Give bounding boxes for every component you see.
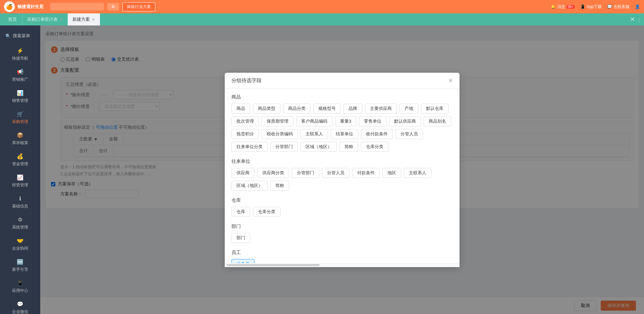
header-center: ⚙ 体验行业方案 bbox=[50, 2, 544, 11]
nav-tabs: 首页 采购订单统计表 ✕ 新建方案 ✕ ✕ ⋮ bbox=[0, 13, 644, 25]
field-tag-department[interactable]: 部门 bbox=[231, 233, 250, 243]
bell-icon: 🔔 bbox=[551, 4, 556, 9]
sidebar-item-collab[interactable]: 🤝 企业协同 bbox=[0, 234, 40, 255]
online-service-btn[interactable]: 💬 在线客服 bbox=[607, 4, 630, 10]
field-tag-default-warehouse[interactable]: 默认仓库 bbox=[421, 104, 448, 114]
sidebar-item-shortcut[interactable]: ⚡ 快捷导航 bbox=[0, 44, 40, 65]
tab-close-all[interactable]: ✕ bbox=[630, 16, 635, 23]
inventory-icon: 📦 bbox=[16, 131, 24, 139]
tab-purchase-close[interactable]: ✕ bbox=[60, 17, 63, 22]
sidebar-item-operation[interactable]: 📈 经营管理 bbox=[0, 170, 40, 191]
field-tag-warehouse-category[interactable]: 仓库分类 bbox=[361, 142, 388, 152]
header-right: 🔔 消息 99+ 📱 App下载 💬 在线客服 👤 bbox=[551, 4, 640, 10]
field-tag-goods[interactable]: 商品 bbox=[231, 104, 250, 114]
field-section-party: 往来单位 供应商 供应商分类 分管部门 分管人员 付款条件 地区 主联系人 区域… bbox=[231, 159, 453, 191]
field-tag-spec-model[interactable]: 规格型号 bbox=[313, 104, 341, 114]
field-tag-party-contact[interactable]: 主联系人 bbox=[404, 168, 431, 178]
field-tag-payment-terms[interactable]: 收付款条件 bbox=[361, 129, 393, 139]
sidebar-item-basics[interactable]: ℹ 基础信息 bbox=[0, 191, 40, 212]
sidebar-item-shortcut-label: 快捷导航 bbox=[12, 56, 28, 61]
field-tag-pick-points[interactable]: 拣货积分 bbox=[231, 129, 259, 139]
modal-header: 分组待选字段 ✕ bbox=[225, 73, 460, 89]
field-tag-party-dept[interactable]: 分管部门 bbox=[292, 168, 319, 178]
field-tag-wh-category[interactable]: 仓库分类 bbox=[253, 207, 280, 217]
field-tag-default-supplier[interactable]: 默认供应商 bbox=[389, 116, 421, 126]
field-tag-main-supplier[interactable]: 主要供应商 bbox=[365, 104, 397, 114]
dept-section-title: 部门 bbox=[231, 224, 453, 230]
modal-footer-scroll bbox=[225, 263, 460, 267]
sidebar-item-sales[interactable]: 📊 销售管理 bbox=[0, 86, 40, 107]
field-tag-party-area[interactable]: 区域（地区） bbox=[231, 181, 268, 191]
app-download-btn[interactable]: 📱 App下载 bbox=[580, 4, 602, 10]
field-tag-salesperson[interactable]: 业务员 bbox=[231, 259, 255, 263]
sidebar-item-marketing-label: 营销推广 bbox=[12, 77, 28, 82]
staff-field-tags: 业务员 bbox=[231, 259, 453, 263]
sidebar-item-wechat-label: 企业微信 bbox=[12, 309, 28, 314]
field-tag-party-supervisor[interactable]: 分管人员 bbox=[322, 168, 350, 178]
sidebar-item-guide[interactable]: 🆕 新手引导 bbox=[0, 255, 40, 276]
field-tag-dept[interactable]: 分管部门 bbox=[270, 142, 298, 152]
field-tag-wh[interactable]: 仓库 bbox=[231, 207, 250, 217]
sidebar-item-system-label: 系统管理 bbox=[12, 225, 28, 230]
field-tag-short-name[interactable]: 简称 bbox=[339, 142, 358, 152]
field-tag-customer-code[interactable]: 客户商品编码 bbox=[296, 116, 332, 126]
field-tag-party-category[interactable]: 往来单位分类 bbox=[231, 142, 268, 152]
notification-badge: 99+ bbox=[567, 5, 575, 9]
field-tag-main-contact[interactable]: 主联系人 bbox=[301, 129, 328, 139]
field-tag-goods-type[interactable]: 商品类型 bbox=[253, 104, 280, 114]
field-tag-party-payment[interactable]: 付款条件 bbox=[352, 168, 380, 178]
tab-purchase-label: 采购订单统计表 bbox=[27, 16, 58, 22]
sidebar-search-btn[interactable]: 🔍 搜索菜单 bbox=[3, 31, 38, 41]
field-tag-alias[interactable]: 商品别名 bbox=[424, 116, 451, 126]
sidebar-item-basics-label: 基础信息 bbox=[12, 203, 28, 209]
search-input[interactable] bbox=[50, 3, 104, 10]
download-icon: 📱 bbox=[580, 4, 585, 9]
field-tag-settlement-unit[interactable]: 结算单位 bbox=[331, 129, 358, 139]
field-tag-brand[interactable]: 品牌 bbox=[343, 104, 362, 114]
field-section-warehouse: 仓库 仓库 仓库分类 bbox=[231, 197, 453, 217]
field-tag-supplier[interactable]: 供应商 bbox=[231, 168, 255, 178]
field-section-dept: 部门 部门 bbox=[231, 224, 453, 243]
tab-menu-icon[interactable]: ⋮ bbox=[637, 17, 641, 22]
modal-overlay: 分组待选字段 ✕ 商品 商品 商品类型 商品分类 规格型号 品牌 主要供应商 bbox=[40, 25, 644, 314]
modal-close-btn[interactable]: ✕ bbox=[448, 77, 453, 84]
field-tag-batch[interactable]: 批次管理 bbox=[231, 116, 259, 126]
tab-home[interactable]: 首页 bbox=[3, 13, 22, 25]
sidebar-item-finance[interactable]: 💰 资金管理 bbox=[0, 149, 40, 170]
warehouse-section-title: 仓库 bbox=[231, 197, 453, 203]
field-tag-retail-unit[interactable]: 零售单位 bbox=[359, 116, 386, 126]
sidebar-search-area: 🔍 搜索菜单 bbox=[0, 28, 40, 44]
sidebar-item-purchase[interactable]: 🛒 采购管理 bbox=[0, 107, 40, 128]
system-icon: ⚙ bbox=[16, 216, 24, 223]
settings-icon-btn[interactable]: ⚙ bbox=[107, 3, 119, 10]
finance-icon: 💰 bbox=[16, 152, 24, 160]
field-tag-supervisor[interactable]: 分管人员 bbox=[395, 129, 423, 139]
field-tag-weight[interactable]: 重量3 bbox=[335, 116, 356, 126]
notification-btn[interactable]: 🔔 消息 99+ bbox=[551, 4, 575, 10]
field-tag-goods-category[interactable]: 商品分类 bbox=[283, 104, 311, 114]
online-service-label: 在线客服 bbox=[613, 4, 630, 10]
collab-icon: 🤝 bbox=[16, 237, 24, 244]
trial-btn[interactable]: 体验行业方案 bbox=[122, 2, 155, 11]
operation-icon: 📈 bbox=[16, 174, 24, 181]
sidebar-item-inventory[interactable]: 📦 库存核算 bbox=[0, 128, 40, 149]
field-tag-party-region[interactable]: 地区 bbox=[382, 168, 401, 178]
field-tag-shelf-life[interactable]: 保质期管理 bbox=[262, 116, 293, 126]
marketing-icon: 📢 bbox=[16, 68, 24, 75]
field-section-staff: 员工 业务员 bbox=[231, 250, 453, 263]
modal-body[interactable]: 商品 商品 商品类型 商品分类 规格型号 品牌 主要供应商 产地 默认仓库 批次… bbox=[225, 89, 460, 263]
party-section-title: 往来单位 bbox=[231, 159, 453, 165]
field-tag-party-short[interactable]: 简称 bbox=[270, 181, 289, 191]
sidebar-item-system[interactable]: ⚙ 系统管理 bbox=[0, 212, 40, 234]
sidebar-item-wechat[interactable]: 💬 企业微信 bbox=[0, 297, 40, 314]
tab-new-scheme[interactable]: 新建方案 ✕ bbox=[68, 13, 100, 25]
field-tag-tax-code[interactable]: 税收分类编码 bbox=[262, 129, 298, 139]
field-tag-origin[interactable]: 产地 bbox=[399, 104, 418, 114]
user-avatar[interactable]: 👤 bbox=[635, 4, 640, 9]
field-tag-region[interactable]: 区域（地区） bbox=[301, 142, 337, 152]
sidebar-item-marketing[interactable]: 📢 营销推广 bbox=[0, 65, 40, 86]
field-tag-supplier-category[interactable]: 供应商分类 bbox=[257, 168, 289, 178]
tab-new-scheme-close[interactable]: ✕ bbox=[92, 17, 95, 22]
sidebar-item-apps[interactable]: 📱 应用中心 bbox=[0, 276, 40, 297]
tab-purchase[interactable]: 采购订单统计表 ✕ bbox=[22, 13, 68, 25]
